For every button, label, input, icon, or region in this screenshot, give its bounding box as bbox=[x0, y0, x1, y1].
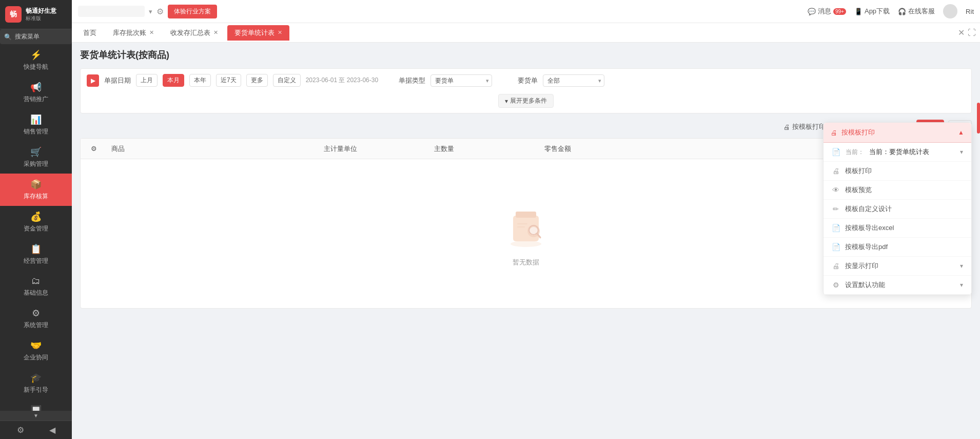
messages-badge: 99+ bbox=[833, 8, 846, 15]
filter-row: ▶ 单据日期 上月 本月 本年 近7天 更多 自定义 2023-06-01 至 … bbox=[87, 74, 965, 87]
template-preview-icon: 👁 bbox=[832, 186, 840, 194]
sidebar-bottom: ⚙ ◀ bbox=[0, 421, 72, 439]
guide-icon: 🎓 bbox=[30, 372, 42, 384]
col-product-header: 商品 bbox=[107, 139, 320, 159]
date-btn-7days[interactable]: 近7天 bbox=[216, 74, 241, 87]
dropdown-current-template[interactable]: 📄 当前： 当前：要货单统计表 ▾ bbox=[824, 143, 971, 162]
date-range-display: 2023-06-01 至 2023-06-30 bbox=[306, 76, 378, 85]
tabs-right-controls: ✕ ⛶ bbox=[958, 28, 976, 37]
cargo-select-wrapper: 全部 bbox=[543, 74, 604, 87]
dropdown-item-template-print[interactable]: 🖨 模板打印 bbox=[824, 162, 971, 181]
sidebar-scroll-down[interactable]: ▼ bbox=[0, 411, 72, 421]
template-print-icon: 🖨 bbox=[832, 167, 840, 175]
date-btn-this-month[interactable]: 本月 bbox=[163, 74, 184, 87]
tab-close-window-button[interactable]: ✕ bbox=[958, 28, 965, 37]
tab-maximize-button[interactable]: ⛶ bbox=[968, 28, 976, 37]
sidebar-item-basic[interactable]: 🗂 基础信息 bbox=[0, 271, 72, 302]
tab-collection[interactable]: 收发存汇总表 ✕ bbox=[163, 25, 225, 41]
tab-collection-close[interactable]: ✕ bbox=[213, 29, 218, 36]
cargo-filter-label: 要货单 bbox=[518, 76, 538, 85]
sidebar-item-collab[interactable]: 🤝 企业协同 bbox=[0, 335, 72, 367]
messages-icon: 💬 bbox=[808, 8, 816, 15]
date-filter-label: 单据日期 bbox=[104, 76, 131, 85]
dropdown-header: 🖨 按模板打印 ▲ bbox=[824, 123, 971, 143]
dropdown-current-left: 📄 当前： 当前：要货单统计表 bbox=[832, 147, 929, 157]
dropdown-item-display-print[interactable]: 🖨 按显示打印 ▾ bbox=[824, 257, 971, 276]
main-content: ▾ ⚙ 体验行业方案 💬 消息 99+ 📱 App下载 🎧 在线客服 Rit 首… bbox=[72, 0, 980, 439]
sidebar-item-marketing[interactable]: 📢 营销推广 bbox=[0, 77, 72, 109]
page-content: 要货单统计表(按商品) ▶ 单据日期 上月 本月 本年 近7天 更多 自定义 2… bbox=[72, 43, 980, 439]
topbar-chevron-icon[interactable]: ▾ bbox=[149, 8, 152, 15]
avatar[interactable] bbox=[943, 4, 957, 18]
sidebar-item-purchase[interactable]: 🛒 采购管理 bbox=[0, 141, 72, 174]
collapse-button[interactable]: ◀ bbox=[49, 425, 55, 435]
dropdown-item-template-preview[interactable]: 👁 模板预览 bbox=[824, 181, 971, 200]
sidebar-item-apps[interactable]: 🔲 应用中心 bbox=[0, 399, 72, 411]
dropdown-item-template-pdf[interactable]: 📄 按模板导出pdf bbox=[824, 238, 971, 257]
set-default-arrow-icon: ▾ bbox=[960, 281, 963, 289]
messages-button[interactable]: 💬 消息 99+ bbox=[808, 7, 846, 16]
svg-point-0 bbox=[511, 241, 541, 247]
sidebar-nav: ⚡ 快捷导航 📢 营销推广 📊 销售管理 🛒 采购管理 📦 库存核算 💰 资金管… bbox=[0, 44, 72, 411]
expand-more-icon: ▾ bbox=[505, 98, 508, 105]
sidebar-item-quick-nav[interactable]: ⚡ 快捷导航 bbox=[0, 44, 72, 77]
current-template-icon: 📄 bbox=[832, 148, 840, 156]
col-settings-header[interactable]: ⚙ bbox=[87, 140, 107, 158]
print-icon: 🖨 bbox=[783, 123, 790, 131]
date-btn-more[interactable]: 更多 bbox=[246, 74, 268, 87]
dropdown-collapse-icon[interactable]: ▲ bbox=[958, 129, 964, 136]
topbar-search-input[interactable] bbox=[78, 6, 145, 17]
search-icon: 🔍 bbox=[4, 33, 12, 41]
online-support-button[interactable]: 🎧 在线客服 bbox=[898, 7, 935, 16]
purchase-icon: 🛒 bbox=[30, 146, 42, 158]
type-select[interactable]: 要货单 全部 bbox=[430, 74, 492, 87]
col-qty-header: 主数量 bbox=[430, 139, 540, 159]
date-btn-last-month[interactable]: 上月 bbox=[136, 74, 158, 87]
sidebar-item-operations[interactable]: 📋 经营管理 bbox=[0, 238, 72, 271]
topbar-gear-icon[interactable]: ⚙ bbox=[156, 7, 164, 16]
app-download-button[interactable]: 📱 App下载 bbox=[854, 7, 890, 16]
expand-more-conditions-button[interactable]: ▾ 展开更多条件 bbox=[498, 94, 554, 108]
logo-icon: 畅 bbox=[5, 6, 22, 23]
topbar: ▾ ⚙ 体验行业方案 💬 消息 99+ 📱 App下载 🎧 在线客服 Rit bbox=[72, 0, 980, 23]
basic-icon: 🗂 bbox=[31, 276, 41, 287]
page-title: 要货单统计表(按商品) bbox=[80, 49, 972, 61]
cargo-select[interactable]: 全部 bbox=[543, 74, 604, 87]
tabs-bar: 首页 库存批次账 ✕ 收发存汇总表 ✕ 要货单统计表 ✕ ✕ ⛶ bbox=[72, 23, 980, 43]
sidebar-item-finance[interactable]: 💰 资金管理 bbox=[0, 206, 72, 238]
svg-rect-6 bbox=[517, 223, 527, 224]
display-print-arrow-icon: ▾ bbox=[960, 262, 963, 270]
sidebar-item-system[interactable]: ⚙ 系统管理 bbox=[0, 302, 72, 335]
dropdown-item-template-design[interactable]: ✏ 模板自定义设计 bbox=[824, 200, 971, 219]
sales-icon: 📊 bbox=[30, 114, 42, 125]
dropdown-item-set-default[interactable]: ⚙ 设置默认功能 ▾ bbox=[824, 276, 971, 295]
industry-solution-button[interactable]: 体验行业方案 bbox=[168, 5, 217, 18]
tab-batch-close[interactable]: ✕ bbox=[149, 29, 154, 36]
topbar-right: 💬 消息 99+ 📱 App下载 🎧 在线客服 Rit bbox=[808, 4, 974, 18]
logo-text: 畅通好生意 标准版 bbox=[26, 7, 56, 22]
search-menu-button[interactable]: 🔍 搜索菜单 bbox=[0, 29, 72, 44]
template-pdf-icon: 📄 bbox=[832, 243, 840, 251]
quick-nav-icon: ⚡ bbox=[30, 49, 42, 61]
tab-order-stats-close[interactable]: ✕ bbox=[278, 29, 282, 36]
dropdown-item-template-excel[interactable]: 📄 按模板导出excel bbox=[824, 219, 971, 238]
empty-text: 暂无数据 bbox=[513, 258, 539, 267]
date-btn-this-year[interactable]: 本年 bbox=[189, 74, 211, 87]
svg-rect-2 bbox=[516, 212, 536, 218]
sidebar-item-inventory[interactable]: 📦 库存核算 bbox=[0, 174, 72, 206]
app-icon: 📱 bbox=[854, 8, 863, 15]
sidebar-item-sales[interactable]: 📊 销售管理 bbox=[0, 109, 72, 141]
tab-order-stats[interactable]: 要货单统计表 ✕ bbox=[227, 25, 289, 41]
scrollbar-right[interactable] bbox=[977, 103, 980, 133]
operations-icon: 📋 bbox=[30, 243, 42, 255]
settings-bottom-button[interactable]: ⚙ bbox=[17, 425, 24, 435]
filter-expand-button[interactable]: ▶ bbox=[87, 74, 99, 87]
username-label: Rit bbox=[966, 8, 974, 15]
inventory-icon: 📦 bbox=[30, 179, 42, 190]
sidebar-item-guide[interactable]: 🎓 新手引导 bbox=[0, 367, 72, 399]
date-btn-custom[interactable]: 自定义 bbox=[273, 74, 301, 87]
sidebar-logo: 畅 畅通好生意 标准版 bbox=[0, 0, 72, 29]
filter-bar: ▶ 单据日期 上月 本月 本年 近7天 更多 自定义 2023-06-01 至 … bbox=[80, 68, 972, 113]
tab-batch[interactable]: 库存批次账 ✕ bbox=[106, 25, 161, 41]
tab-home[interactable]: 首页 bbox=[76, 25, 104, 41]
